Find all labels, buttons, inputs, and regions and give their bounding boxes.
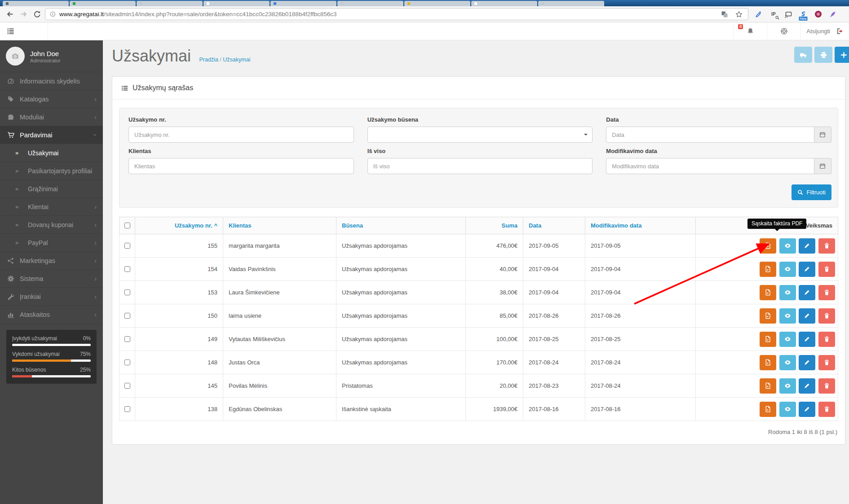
browser-tab[interactable] xyxy=(404,1,470,6)
modified-calendar-button[interactable] xyxy=(814,158,831,174)
view-button[interactable] xyxy=(779,332,796,347)
sidebar-subitem-dovanu-kuponai[interactable]: »Dovanų kuponai› xyxy=(0,216,103,234)
row-checkbox[interactable] xyxy=(124,243,130,249)
browser-tab[interactable] xyxy=(471,1,537,6)
invoice-pdf-button[interactable] xyxy=(760,378,776,394)
total-input[interactable] xyxy=(367,158,593,174)
forward-button[interactable] xyxy=(18,9,29,20)
column-total[interactable]: Suma xyxy=(466,217,523,234)
delete-button[interactable] xyxy=(818,378,835,394)
view-button[interactable] xyxy=(779,402,796,417)
row-checkbox[interactable] xyxy=(124,289,130,295)
view-button[interactable] xyxy=(779,238,796,254)
delete-button[interactable] xyxy=(818,402,835,417)
sidebar-subitem-pasikartojantys-profiliai[interactable]: »Pasikartojantys profiliai xyxy=(0,162,103,180)
browser-tab[interactable] xyxy=(337,1,403,6)
row-checkbox[interactable] xyxy=(124,313,130,319)
eyedropper-extension-icon[interactable] xyxy=(754,10,763,19)
invoice-pdf-button[interactable] xyxy=(760,355,776,370)
modified-date-input[interactable] xyxy=(606,158,814,174)
notifications-button[interactable]: 0 xyxy=(733,22,767,40)
browser-tab[interactable] xyxy=(270,1,336,6)
view-button[interactable] xyxy=(779,262,796,277)
date-calendar-button[interactable] xyxy=(814,127,831,143)
cast-extension-icon[interactable] xyxy=(784,10,793,19)
delete-button[interactable] xyxy=(818,332,835,347)
column-customer[interactable]: Klientas xyxy=(223,217,336,234)
order-no-input[interactable] xyxy=(128,127,354,143)
column-date[interactable]: Data xyxy=(523,217,585,234)
back-button[interactable] xyxy=(4,9,15,20)
row-checkbox[interactable] xyxy=(124,336,130,342)
sidebar-item-marketingas[interactable]: Marketingas› xyxy=(0,252,103,270)
s-logo-extension-icon[interactable]: New xyxy=(799,10,808,19)
breadcrumb-home-link[interactable]: Pradžia xyxy=(199,57,218,63)
edit-button[interactable] xyxy=(799,262,815,277)
customer-input[interactable] xyxy=(128,158,354,174)
translate-icon[interactable] xyxy=(720,10,729,19)
edit-button[interactable] xyxy=(799,402,815,417)
invoice-pdf-button[interactable] xyxy=(760,308,776,324)
row-checkbox[interactable] xyxy=(124,383,130,389)
reload-button[interactable] xyxy=(31,9,42,20)
ip-lookup-extension-icon[interactable]: IP xyxy=(769,10,778,19)
delete-button[interactable] xyxy=(818,262,835,277)
invoice-pdf-button[interactable] xyxy=(760,262,776,277)
row-checkbox[interactable] xyxy=(124,359,130,365)
breadcrumb-current-link[interactable]: Užsakymai xyxy=(223,57,250,63)
invoice-pdf-button[interactable] xyxy=(760,402,776,417)
browser-tab[interactable] xyxy=(3,1,69,6)
row-checkbox[interactable] xyxy=(124,266,130,272)
invoice-pdf-button[interactable] xyxy=(760,332,776,347)
edit-button[interactable] xyxy=(799,285,815,300)
sidebar-item-pardavimai[interactable]: Pardavimai› xyxy=(0,126,103,144)
row-checkbox[interactable] xyxy=(124,406,130,412)
user-profile[interactable]: John Doe Administrator xyxy=(0,40,103,72)
sidebar-subitem-uzsakymai[interactable]: »Užsakymai xyxy=(0,144,103,162)
sidebar-item-katalogas[interactable]: Katalogas› xyxy=(0,90,103,108)
sidebar-item-moduliai[interactable]: Moduliai› xyxy=(0,108,103,126)
delete-button[interactable] xyxy=(818,238,835,254)
column-modified[interactable]: Modifikavimo data xyxy=(585,217,696,234)
delete-button[interactable] xyxy=(818,308,835,324)
view-button[interactable] xyxy=(779,355,796,370)
bookmark-star-icon[interactable] xyxy=(734,10,743,19)
logout-button[interactable]: Atsijungti xyxy=(800,22,849,40)
order-status-select[interactable] xyxy=(367,127,593,143)
sidebar-item-irankiai[interactable]: Įrankiai› xyxy=(0,288,103,306)
shipping-list-button[interactable] xyxy=(794,47,812,63)
invoice-pdf-button[interactable] xyxy=(760,238,776,254)
invoice-print-button[interactable] xyxy=(814,47,832,63)
sidebar-item-ataskaitos[interactable]: Ataskaitos› xyxy=(0,306,103,324)
column-status[interactable]: Būsena xyxy=(336,217,466,234)
view-button[interactable] xyxy=(779,285,796,300)
edit-button[interactable] xyxy=(799,378,815,394)
add-order-button[interactable] xyxy=(835,47,849,63)
address-bar[interactable]: www.agregatai.lt/siteadmin14/index.php?r… xyxy=(45,8,748,20)
support-button[interactable] xyxy=(767,22,800,40)
sidebar-subitem-paypal[interactable]: »PayPal› xyxy=(0,234,103,252)
browser-tab[interactable] xyxy=(203,1,270,6)
colorzilla-extension-icon[interactable] xyxy=(814,10,822,19)
sidebar-subitem-grazinimai[interactable]: »Grąžinimai xyxy=(0,180,103,198)
view-button[interactable] xyxy=(779,378,796,394)
edit-button[interactable] xyxy=(799,332,815,347)
sidebar-toggle-button[interactable] xyxy=(0,22,21,40)
edit-button[interactable] xyxy=(799,355,815,370)
browser-tab[interactable] xyxy=(70,1,136,6)
sidebar-item-informacinis-skydelis[interactable]: Informacinis skydelis xyxy=(0,72,103,90)
delete-button[interactable] xyxy=(818,355,835,370)
filter-button[interactable]: Filtruoti xyxy=(792,184,831,200)
sidebar-subitem-klientai[interactable]: »Klientai› xyxy=(0,198,103,216)
view-button[interactable] xyxy=(779,308,796,324)
edit-button[interactable] xyxy=(799,308,815,324)
column-order-no[interactable]: Užsakymo nr. ^ xyxy=(135,217,223,234)
browser-tab[interactable] xyxy=(538,1,604,6)
feather-extension-icon[interactable] xyxy=(828,10,837,19)
sidebar-item-sistema[interactable]: Sistema› xyxy=(0,270,103,288)
browser-tab[interactable] xyxy=(137,1,203,6)
edit-button[interactable] xyxy=(799,238,815,254)
select-all-checkbox[interactable] xyxy=(124,223,130,228)
delete-button[interactable] xyxy=(818,285,835,300)
date-input[interactable] xyxy=(606,127,814,143)
